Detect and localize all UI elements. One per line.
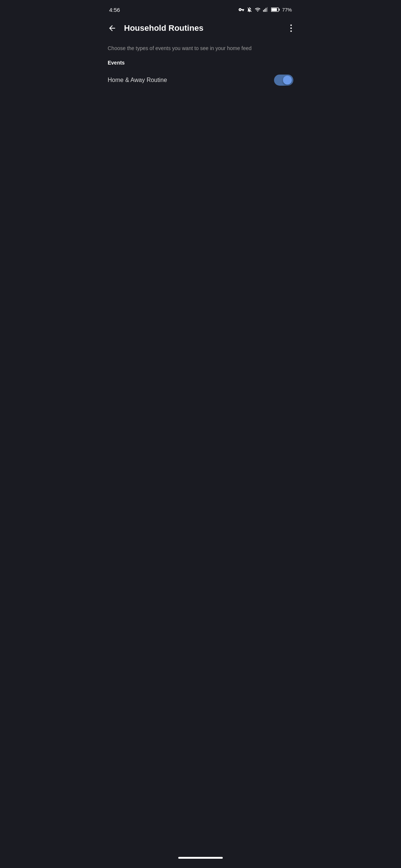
toggle-track xyxy=(274,75,293,86)
battery-percentage: 77% xyxy=(282,7,292,13)
page-title: Household Routines xyxy=(124,23,281,33)
toggle-thumb xyxy=(283,76,292,85)
svg-rect-0 xyxy=(263,10,264,12)
status-time: 4:56 xyxy=(109,7,120,13)
signal-icon xyxy=(263,7,269,13)
svg-rect-6 xyxy=(271,8,277,11)
svg-rect-2 xyxy=(265,8,266,12)
svg-rect-1 xyxy=(264,9,265,12)
svg-rect-5 xyxy=(279,9,280,10)
home-away-routine-row: Home & Away Routine xyxy=(108,70,293,90)
page-description: Choose the types of events you want to s… xyxy=(108,45,293,52)
svg-rect-3 xyxy=(267,7,268,12)
status-icons: 77% xyxy=(238,7,292,13)
three-dots-icon xyxy=(290,24,292,32)
status-bar: 4:56 77% xyxy=(100,0,301,18)
key-icon xyxy=(238,7,244,13)
back-button[interactable] xyxy=(106,22,118,34)
wifi-icon xyxy=(255,7,261,13)
bell-muted-icon xyxy=(247,7,252,13)
more-options-button[interactable] xyxy=(287,23,295,33)
home-away-routine-toggle[interactable] xyxy=(274,75,293,86)
bottom-bar xyxy=(100,850,301,868)
content-area: Choose the types of events you want to s… xyxy=(100,42,301,93)
home-away-routine-label: Home & Away Routine xyxy=(108,77,167,83)
battery-icon xyxy=(271,7,280,13)
back-arrow-icon xyxy=(108,24,117,33)
app-bar: Household Routines xyxy=(100,18,301,39)
events-section-label: Events xyxy=(108,60,293,66)
home-indicator xyxy=(178,857,223,859)
